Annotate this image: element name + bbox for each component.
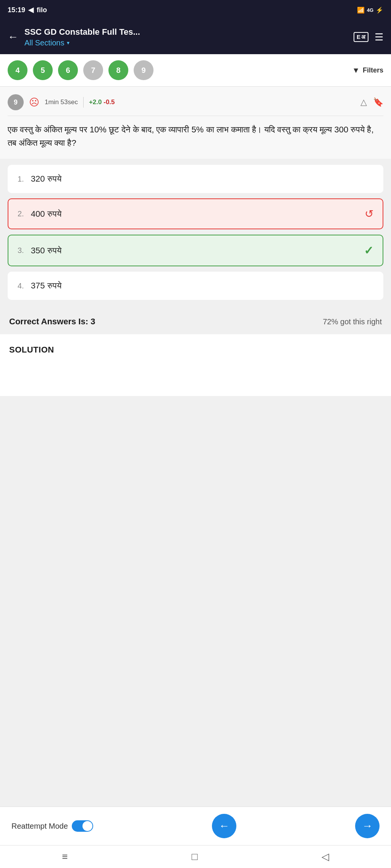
options-area: 1. 320 रुपये 2. 400 रुपये ↺ 3. 350 रुपये… (0, 159, 391, 306)
app-header: ← SSC GD Constable Full Tes... All Secti… (0, 20, 391, 54)
bubble-q7[interactable]: 7 (83, 60, 103, 80)
next-question-button[interactable]: → (355, 814, 380, 838)
option-2-num: 2. (18, 209, 24, 218)
option-2[interactable]: 2. 400 रुपये ↺ (8, 198, 383, 229)
filter-icon: ▼ (352, 66, 360, 75)
status-bar: 15:19 ◀ filo 📶 4G ⚡ (0, 0, 391, 20)
prev-question-button[interactable]: ← (212, 814, 236, 838)
score-minus: -0.5 (103, 98, 115, 106)
meta-divider (83, 97, 84, 108)
option-4[interactable]: 4. 375 रुपये (8, 272, 383, 300)
android-nav-bar: ≡ □ ◁ (0, 845, 391, 868)
chevron-down-icon: ▾ (67, 40, 69, 46)
android-back-icon[interactable]: ◁ (322, 851, 329, 863)
meta-icons: △ 🔖 (360, 97, 383, 107)
reattempt-mode-wrap: Reattempt Mode (11, 820, 93, 832)
solution-section: SOLUTION (0, 334, 391, 396)
option-4-text: 375 रुपये (31, 281, 373, 291)
option-2-text: 400 रुपये (31, 209, 365, 219)
status-app: filo (37, 6, 47, 14)
status-right: 📶 4G ⚡ (357, 6, 383, 14)
tick-icon: ✓ (364, 244, 373, 257)
option-1-text: 320 रुपये (31, 174, 373, 184)
q-number: 9 (14, 98, 18, 106)
header-icons: E अ ☰ (354, 31, 383, 43)
section-selector[interactable]: All Sections ▾ (24, 39, 347, 47)
status-arrow: ◀ (28, 6, 34, 14)
option-3-text: 350 रुपये (31, 246, 364, 256)
scoring-info: +2.0 -0.5 (89, 98, 115, 106)
question-bubbles-row: 4 5 6 7 8 9 ▼ Filters (0, 54, 391, 87)
retry-icon: ↺ (365, 208, 373, 220)
prev-arrow-icon: ← (219, 820, 229, 832)
bookmark-icon[interactable]: 🔖 (373, 97, 383, 107)
option-1[interactable]: 1. 320 रुपये (8, 165, 383, 193)
correct-answer-label: Correct Answers Is: 3 (9, 317, 95, 327)
bubble-q8[interactable]: 8 (108, 60, 128, 80)
question-number-circle: 9 (8, 94, 24, 110)
toggle-knob (82, 821, 92, 831)
bubble-q6[interactable]: 6 (58, 60, 78, 80)
header-title-block: SSC GD Constable Full Tes... All Section… (24, 27, 347, 47)
lang-english: E (357, 34, 360, 40)
solution-title: SOLUTION (9, 345, 382, 355)
bubble-q4[interactable]: 4 (8, 60, 27, 80)
filter-label: Filters (363, 66, 383, 74)
status-left: 15:19 ◀ filo (8, 6, 47, 14)
android-menu-icon[interactable]: ≡ (62, 851, 68, 863)
section-label: All Sections (24, 39, 65, 47)
option-3-num: 3. (18, 246, 24, 255)
next-arrow-icon: → (362, 820, 373, 832)
question-meta: 9 ☹ 1min 53sec +2.0 -0.5 △ 🔖 (8, 94, 383, 116)
language-toggle[interactable]: E अ (354, 32, 368, 42)
exam-title: SSC GD Constable Full Tes... (24, 27, 347, 38)
status-time: 15:19 (8, 6, 25, 14)
signal-icon: 📶 (357, 6, 365, 14)
menu-button[interactable]: ☰ (375, 31, 383, 43)
filter-button[interactable]: ▼ Filters (352, 66, 383, 75)
percent-got-right: 72% got this right (323, 317, 382, 326)
question-text: एक वस्तु के अंकित मूल्य पर 10% छूट देने … (8, 123, 383, 159)
bubble-q9[interactable]: 9 (134, 60, 153, 80)
question-area: 9 ☹ 1min 53sec +2.0 -0.5 △ 🔖 एक वस्तु के… (0, 87, 391, 159)
network-icon: 4G (367, 7, 373, 13)
back-button[interactable]: ← (8, 31, 18, 43)
bubble-q5[interactable]: 5 (33, 60, 53, 80)
warning-icon[interactable]: △ (360, 97, 367, 107)
sad-face-icon: ☹ (29, 97, 39, 108)
option-3[interactable]: 3. 350 रुपये ✓ (8, 235, 383, 266)
bottom-bar: Reattempt Mode ← → (0, 807, 391, 845)
option-1-num: 1. (18, 175, 24, 184)
lang-hindi: अ (361, 34, 365, 40)
option-4-num: 4. (18, 282, 24, 290)
correct-answer-row: Correct Answers Is: 3 72% got this right (0, 306, 391, 334)
battery-icon: ⚡ (376, 6, 383, 14)
reattempt-toggle[interactable] (72, 820, 93, 832)
timer: 1min 53sec (45, 98, 78, 106)
reattempt-label: Reattempt Mode (11, 822, 68, 831)
score-plus: +2.0 (89, 98, 102, 106)
android-home-icon[interactable]: □ (192, 851, 198, 863)
